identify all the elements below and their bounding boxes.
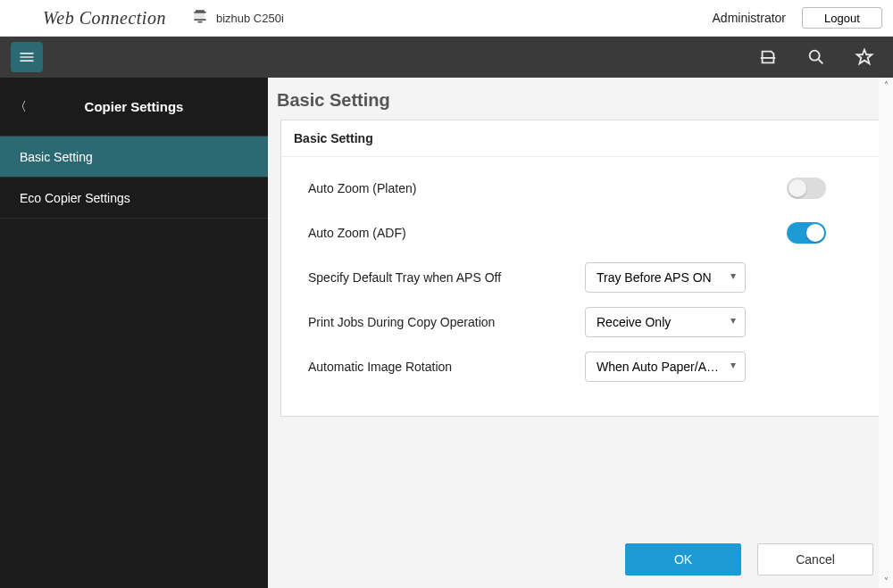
sidebar-item-eco-copier[interactable]: Eco Copier Settings: [0, 178, 268, 219]
row-auto-zoom-platen: Auto Zoom (Platen): [308, 166, 862, 211]
row-print-jobs: Print Jobs During Copy Operation Receive…: [308, 300, 862, 344]
svg-point-0: [810, 51, 820, 61]
label-auto-zoom-adf: Auto Zoom (ADF): [308, 226, 585, 240]
sidebar-title: Copier Settings: [0, 99, 268, 114]
sidebar-item-label: Eco Copier Settings: [20, 191, 130, 205]
star-icon: [855, 47, 874, 67]
back-button[interactable]: 〈: [14, 99, 27, 115]
sidebar-header: 〈 Copier Settings: [0, 78, 268, 137]
device-icon: [191, 7, 209, 29]
row-default-tray: Specify Default Tray when APS Off Tray B…: [308, 255, 862, 300]
toggle-auto-zoom-adf[interactable]: [787, 222, 826, 244]
ok-button[interactable]: OK: [625, 543, 741, 576]
sidebar-item-basic-setting[interactable]: Basic Setting: [0, 137, 268, 178]
sidebar-item-label: Basic Setting: [20, 150, 93, 164]
search-button[interactable]: [798, 47, 834, 67]
select-print-jobs[interactable]: Receive Only: [585, 307, 746, 337]
user-role: Administrator: [713, 11, 786, 25]
scanner-icon: [758, 47, 778, 67]
menu-button[interactable]: [11, 42, 43, 72]
top-bar: Web Connection bizhub C250i Administrato…: [0, 0, 893, 37]
label-default-tray: Specify Default Tray when APS Off: [308, 270, 585, 285]
main-area: Basic Setting Basic Setting Auto Zoom (P…: [268, 78, 893, 588]
favorite-button[interactable]: [847, 47, 882, 67]
panel-title: Basic Setting: [281, 120, 880, 157]
scan-button[interactable]: [750, 47, 786, 67]
scroll-down-icon[interactable]: ˅: [879, 574, 893, 588]
toggle-auto-zoom-platen[interactable]: [787, 178, 826, 199]
logout-button[interactable]: Logout: [802, 7, 882, 29]
settings-panel: Basic Setting Auto Zoom (Platen) Auto Zo…: [280, 120, 880, 417]
footer-actions: OK Cancel: [625, 543, 873, 576]
select-auto-rotation[interactable]: When Auto Paper/Au…: [585, 352, 746, 382]
label-auto-zoom-platen: Auto Zoom (Platen): [308, 181, 585, 195]
app-bar: [0, 37, 893, 78]
cancel-button[interactable]: Cancel: [757, 543, 873, 576]
label-print-jobs: Print Jobs During Copy Operation: [308, 315, 585, 329]
select-default-tray[interactable]: Tray Before APS ON: [585, 262, 746, 293]
page-title: Basic Setting: [268, 78, 893, 120]
row-auto-rotation: Automatic Image Rotation When Auto Paper…: [308, 344, 862, 389]
row-auto-zoom-adf: Auto Zoom (ADF): [308, 211, 862, 255]
vertical-scrollbar[interactable]: ˄ ˅: [879, 78, 893, 588]
hamburger-icon: [18, 48, 36, 66]
brand-title: Web Connection: [43, 8, 166, 29]
device-name: bizhub C250i: [216, 12, 284, 25]
sidebar: 〈 Copier Settings Basic Setting Eco Copi…: [0, 78, 268, 588]
label-auto-rotation: Automatic Image Rotation: [308, 360, 585, 374]
scroll-up-icon[interactable]: ˄: [879, 78, 893, 92]
search-icon: [806, 47, 826, 67]
